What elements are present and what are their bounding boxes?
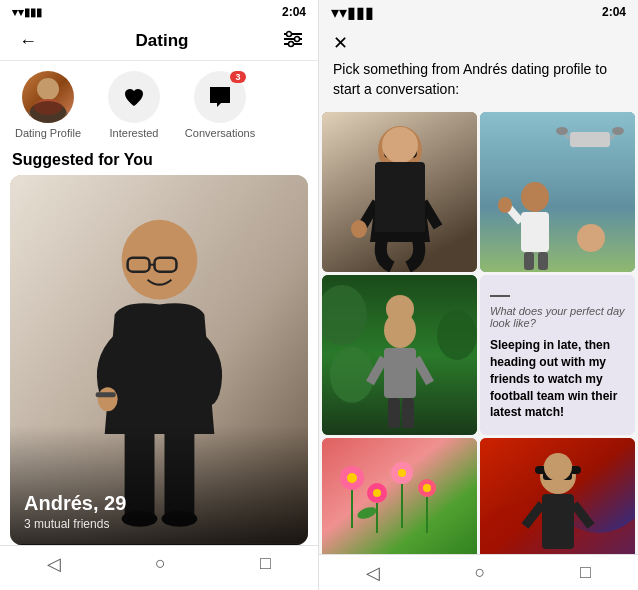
profile-name: Andrés, 29 xyxy=(24,492,126,515)
svg-rect-48 xyxy=(384,348,416,398)
profile-photo-grid: What does your perfect day look like? Sl… xyxy=(319,109,638,554)
svg-point-7 xyxy=(37,78,59,100)
left-status-bar: ▾▾▮▮▮ 2:04 xyxy=(0,0,318,24)
tab-dating-profile-label: Dating Profile xyxy=(15,127,81,139)
svg-point-11 xyxy=(122,220,198,300)
svg-rect-22 xyxy=(322,112,477,272)
profile-photo-4[interactable] xyxy=(322,438,477,554)
profile-photo-5[interactable] xyxy=(480,438,635,554)
svg-rect-32 xyxy=(570,132,610,147)
profile-card-info: Andrés, 29 3 mutual friends xyxy=(24,492,126,531)
svg-rect-52 xyxy=(402,398,414,428)
svg-rect-24 xyxy=(385,148,399,157)
svg-point-59 xyxy=(398,469,406,477)
right-panel: ▾▾▮▮▮ 2:04 ✕ Pick something from Andrés … xyxy=(319,0,638,590)
left-nav-back[interactable]: ◁ xyxy=(47,553,61,575)
right-header: ✕ Pick something from Andrés dating prof… xyxy=(319,24,638,109)
svg-rect-25 xyxy=(402,148,416,157)
svg-rect-70 xyxy=(543,472,556,480)
svg-point-35 xyxy=(556,127,568,135)
svg-point-5 xyxy=(288,42,293,47)
chat-icon-wrap: 3 xyxy=(194,71,246,123)
tab-dating-profile[interactable]: Dating Profile xyxy=(8,71,88,139)
svg-rect-72 xyxy=(542,494,574,549)
close-button[interactable]: ✕ xyxy=(333,32,624,54)
svg-point-3 xyxy=(286,32,291,37)
svg-point-36 xyxy=(612,127,624,135)
top-nav: ← Dating xyxy=(0,24,318,61)
right-time: 2:04 xyxy=(602,5,626,19)
tab-conversations[interactable]: 3 Conversations xyxy=(180,71,260,139)
svg-rect-69 xyxy=(535,466,581,474)
section-title: Suggested for You xyxy=(0,143,318,175)
right-nav-square[interactable]: □ xyxy=(580,562,591,583)
svg-point-40 xyxy=(498,197,512,213)
svg-rect-51 xyxy=(388,398,400,428)
svg-rect-38 xyxy=(521,212,549,252)
qa-answer: Sleeping in late, then heading out with … xyxy=(490,337,625,421)
svg-point-45 xyxy=(437,310,477,360)
svg-point-29 xyxy=(351,220,367,238)
svg-rect-20 xyxy=(96,392,116,397)
tab-conversations-label: Conversations xyxy=(185,127,255,139)
profile-avatar-icon xyxy=(22,71,74,123)
tab-interested-label: Interested xyxy=(110,127,159,139)
svg-point-55 xyxy=(347,473,357,483)
right-status-icons: ▾▾▮▮▮ xyxy=(331,3,374,22)
right-status-bar: ▾▾▮▮▮ 2:04 xyxy=(319,0,638,24)
profile-photo-1[interactable] xyxy=(322,112,477,272)
tabs: Dating Profile Interested 3 Conversation… xyxy=(0,61,318,143)
profile-qa-card[interactable]: What does your perfect day look like? Sl… xyxy=(480,275,635,435)
svg-rect-41 xyxy=(524,252,534,270)
right-prompt: Pick something from Andrés dating profil… xyxy=(333,60,624,99)
filter-icon[interactable] xyxy=(282,30,304,52)
svg-rect-53 xyxy=(322,438,477,554)
profile-photo-3[interactable] xyxy=(322,275,477,435)
conversations-badge: 3 xyxy=(230,71,246,83)
svg-rect-71 xyxy=(559,472,572,480)
left-nav-square[interactable]: □ xyxy=(260,553,271,574)
qa-line xyxy=(490,295,510,297)
profile-card[interactable]: Andrés, 29 3 mutual friends xyxy=(10,175,308,545)
svg-point-15 xyxy=(98,387,118,411)
svg-point-46 xyxy=(330,347,374,403)
profile-mutual-friends: 3 mutual friends xyxy=(24,517,126,531)
back-button[interactable]: ← xyxy=(14,31,42,52)
svg-point-37 xyxy=(521,182,549,212)
svg-point-8 xyxy=(34,99,62,115)
qa-question: What does your perfect day look like? xyxy=(490,305,625,329)
left-panel: ▾▾▮▮▮ 2:04 ← Dating xyxy=(0,0,319,590)
left-nav-home[interactable]: ○ xyxy=(155,553,166,574)
svg-point-61 xyxy=(423,484,431,492)
right-nav-home[interactable]: ○ xyxy=(475,562,486,583)
left-bottom-nav: ◁ ○ □ xyxy=(0,545,318,581)
left-status-icons: ▾▾▮▮▮ xyxy=(12,6,42,19)
svg-point-6 xyxy=(26,101,70,123)
profile-photo-2[interactable] xyxy=(480,112,635,272)
svg-point-23 xyxy=(378,126,422,174)
right-bottom-nav: ◁ ○ □ xyxy=(319,554,638,590)
right-nav-back[interactable]: ◁ xyxy=(366,562,380,584)
svg-point-4 xyxy=(294,37,299,42)
left-time: 2:04 xyxy=(282,5,306,19)
svg-point-47 xyxy=(384,312,416,348)
heart-icon-wrap xyxy=(108,71,160,123)
svg-rect-31 xyxy=(480,112,635,272)
svg-rect-42 xyxy=(538,252,548,270)
svg-point-57 xyxy=(373,489,381,497)
tab-interested[interactable]: Interested xyxy=(94,71,174,139)
page-title: Dating xyxy=(136,31,189,51)
